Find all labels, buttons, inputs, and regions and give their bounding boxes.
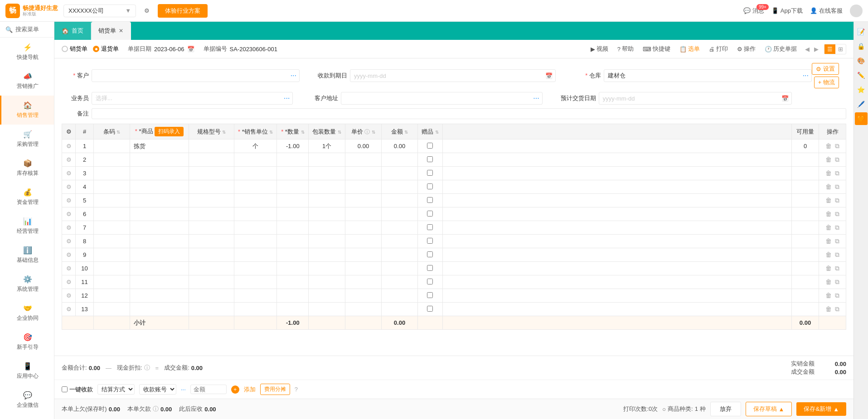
delivery-date-input[interactable]: yyyy-mm-dd 📅: [599, 92, 792, 105]
history-button[interactable]: 🕐 历史单据: [762, 43, 800, 54]
row-copy-3[interactable]: ⧉: [834, 182, 840, 192]
account-select[interactable]: 收款账号: [139, 384, 176, 395]
row-delete-12[interactable]: 🗑: [824, 304, 833, 313]
amount-input[interactable]: [190, 385, 227, 394]
row-unit-8[interactable]: [234, 248, 277, 262]
row-unit-12[interactable]: [234, 303, 277, 316]
row-price-4[interactable]: [345, 194, 381, 207]
row-settings-6[interactable]: ⚙: [62, 221, 76, 235]
row-gift-2[interactable]: [417, 167, 442, 180]
row-pkg-9[interactable]: [309, 262, 345, 275]
discard-button[interactable]: 放弃: [710, 402, 741, 416]
payment-checkbox[interactable]: [62, 386, 68, 392]
row-delete-6[interactable]: 🗑: [824, 223, 833, 232]
right-panel-edit-icon[interactable]: ✏️: [855, 69, 868, 82]
row-gift-5[interactable]: [417, 207, 442, 221]
row-amount-10[interactable]: [381, 275, 417, 289]
row-settings-0[interactable]: ⚙: [62, 140, 76, 153]
row-goods-5[interactable]: [130, 207, 189, 221]
row-goods-3[interactable]: [130, 180, 189, 194]
row-goods-1[interactable]: [130, 153, 189, 167]
row-settings-1[interactable]: ⚙: [62, 153, 76, 167]
sidebar-item-apps[interactable]: 📱 应用中心: [0, 356, 54, 385]
price-info[interactable]: ⓘ: [364, 129, 370, 135]
row-spec-12[interactable]: [189, 303, 234, 316]
row-settings-10[interactable]: ⚙: [62, 275, 76, 289]
row-amount-12[interactable]: [381, 303, 417, 316]
row-spec-7[interactable]: [189, 235, 234, 248]
row-qty-6[interactable]: [277, 221, 309, 235]
row-unit-10[interactable]: [234, 275, 277, 289]
row-unit-6[interactable]: [234, 221, 277, 235]
row-pkg-3[interactable]: [309, 180, 345, 194]
sidebar-item-guide[interactable]: 🎯 新手引导: [0, 327, 54, 356]
select-button[interactable]: 📋 选单: [677, 43, 703, 54]
row-barcode-10[interactable]: [94, 275, 130, 289]
row-copy-4[interactable]: ⧉: [834, 196, 840, 205]
tab-close-icon[interactable]: ✕: [119, 28, 123, 34]
sidebar-item-marketing[interactable]: 📣 营销推广: [0, 67, 54, 96]
row-delete-3[interactable]: 🗑: [824, 182, 833, 191]
row-amount-2[interactable]: [381, 167, 417, 180]
qty-sort[interactable]: ⇅: [301, 130, 305, 135]
discount-info[interactable]: ⓘ: [144, 364, 150, 372]
row-goods-0[interactable]: 拣货: [130, 140, 189, 153]
row-pkg-1[interactable]: [309, 153, 345, 167]
row-qty-11[interactable]: [277, 289, 309, 303]
row-qty-9[interactable]: [277, 262, 309, 275]
row-goods-8[interactable]: [130, 248, 189, 262]
settlement-select[interactable]: 结算方式: [97, 384, 135, 395]
row-pkg-0[interactable]: 1个: [309, 140, 345, 153]
tab-home[interactable]: 🏠 首页: [54, 22, 91, 40]
row-barcode-5[interactable]: [94, 207, 130, 221]
row-barcode-9[interactable]: [94, 262, 130, 275]
row-delete-11[interactable]: 🗑: [824, 291, 833, 300]
row-copy-12[interactable]: ⧉: [834, 304, 840, 314]
row-qty-3[interactable]: [277, 180, 309, 194]
sidebar-item-finance[interactable]: 💰 资金管理: [0, 183, 54, 212]
right-panel-lock-icon[interactable]: 🔒: [855, 40, 868, 53]
customer-address-input[interactable]: ···: [341, 92, 542, 105]
row-price-3[interactable]: [345, 180, 381, 194]
row-settings-5[interactable]: ⚙: [62, 207, 76, 221]
row-barcode-2[interactable]: [94, 167, 130, 180]
row-price-10[interactable]: [345, 275, 381, 289]
row-qty-4[interactable]: [277, 194, 309, 207]
row-delete-9[interactable]: 🗑: [824, 264, 833, 273]
tab-sales-order[interactable]: 销货单 ✕: [91, 22, 131, 40]
row-copy-2[interactable]: ⧉: [834, 169, 840, 178]
row-copy-10[interactable]: ⧉: [834, 277, 840, 287]
row-settings-9[interactable]: ⚙: [62, 262, 76, 275]
sidebar-item-operations[interactable]: 📊 经营管理: [0, 212, 54, 241]
setting-button[interactable]: ⚙ 设置: [812, 63, 839, 75]
row-amount-0[interactable]: 0.00: [381, 140, 417, 153]
row-amount-1[interactable]: [381, 153, 417, 167]
row-unit-4[interactable]: [234, 194, 277, 207]
row-gift-6[interactable]: [417, 221, 442, 235]
row-spec-4[interactable]: [189, 194, 234, 207]
scan-btn[interactable]: 扫码录入: [155, 127, 184, 136]
row-barcode-11[interactable]: [94, 289, 130, 303]
barcode-sort[interactable]: ⇅: [116, 130, 120, 135]
row-gift-3[interactable]: [417, 180, 442, 194]
row-barcode-4[interactable]: [94, 194, 130, 207]
row-copy-5[interactable]: ⧉: [834, 209, 840, 219]
row-amount-7[interactable]: [381, 235, 417, 248]
row-qty-2[interactable]: [277, 167, 309, 180]
row-pkg-12[interactable]: [309, 303, 345, 316]
row-settings-3[interactable]: ⚙: [62, 180, 76, 194]
row-copy-9[interactable]: ⧉: [834, 264, 840, 273]
row-copy-8[interactable]: ⧉: [834, 250, 840, 260]
row-copy-7[interactable]: ⧉: [834, 236, 840, 246]
row-barcode-3[interactable]: [94, 180, 130, 194]
warehouse-input[interactable]: 建材仓 ···: [604, 69, 812, 82]
unit-sort[interactable]: ⇅: [269, 130, 273, 135]
row-price-11[interactable]: [345, 289, 381, 303]
row-settings-11[interactable]: ⚙: [62, 289, 76, 303]
save-draft-button[interactable]: 保存草稿 ▲: [746, 402, 792, 416]
row-unit-3[interactable]: [234, 180, 277, 194]
total-owe-info[interactable]: ⓘ: [153, 405, 159, 413]
help-button[interactable]: ? 帮助: [615, 43, 636, 54]
row-price-6[interactable]: [345, 221, 381, 235]
row-gift-9[interactable]: [417, 262, 442, 275]
